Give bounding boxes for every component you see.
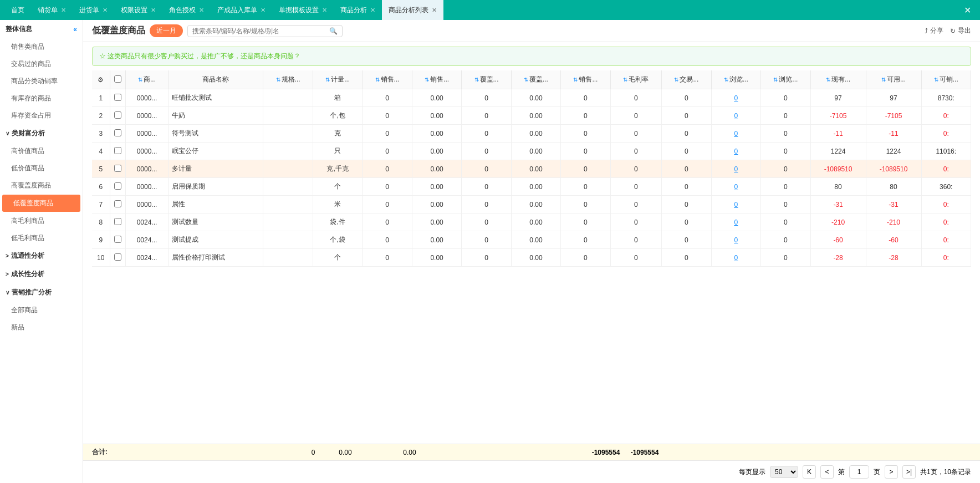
col-gross[interactable]: ⇅毛利率 [610,70,662,89]
sidebar-item-low-margin[interactable]: 低毛利商品 [0,230,83,247]
page-number-input[interactable] [849,465,869,479]
prev-page-button[interactable]: < [820,465,834,479]
cell-browse1[interactable]: 0 [711,143,760,160]
cell-browse1[interactable]: 0 [711,89,760,107]
cell-checkbox[interactable] [110,231,125,249]
col-available[interactable]: ⇅可用... [866,70,921,89]
row-checkbox[interactable] [114,218,121,225]
row-checkbox[interactable] [114,236,121,243]
cell-checkbox[interactable] [110,196,125,213]
row-checkbox[interactable] [114,129,121,136]
sidebar-item-low-value[interactable]: 低价值商品 [0,160,83,177]
row-checkbox[interactable] [114,253,121,261]
nav-finished-goods[interactable]: 产成品入库单 ✕ [211,0,272,20]
export-button[interactable]: ↻ 导出 [950,26,971,35]
col-browse2[interactable]: ⇅浏览... [761,70,810,89]
nav-purchase[interactable]: 进货单 ✕ [73,0,114,20]
cell-browse1[interactable]: 0 [711,249,760,267]
sku-analysis-section[interactable]: ∨ 类财富分析 [0,124,83,143]
cell-checkbox[interactable] [110,213,125,231]
sidebar-item-sales-products[interactable]: 销售类商品 [0,38,83,55]
nav-template[interactable]: 单据模板设置 ✕ [272,0,334,20]
close-icon[interactable]: ✕ [322,7,327,14]
first-page-button[interactable]: K [803,465,816,479]
col-cover2[interactable]: ⇅覆盖... [511,70,560,89]
row-checkbox[interactable] [114,182,121,190]
sidebar-item-high-margin[interactable]: 高毛利商品 [0,212,83,230]
cell-browse1[interactable]: 0 [711,178,760,196]
nav-permissions[interactable]: 权限设置 ✕ [114,0,162,20]
cell-checkbox[interactable] [110,107,125,125]
col-unit[interactable]: ⇅计量... [313,70,362,89]
sidebar-item-inventory-funds[interactable]: 库存资金占用 [0,107,83,124]
nav-roles[interactable]: 角色授权 ✕ [162,0,211,20]
cell-spec [263,178,313,196]
sidebar-collapse-btn[interactable]: 整体信息 « [0,20,83,38]
next-page-button[interactable]: > [885,465,898,479]
cell-browse1[interactable]: 0 [711,107,760,125]
cell-checkbox[interactable] [110,249,125,267]
close-icon[interactable]: ✕ [432,7,437,14]
nav-product-analysis[interactable]: 商品分析 ✕ [334,0,382,20]
cell-browse1[interactable]: 0 [711,125,760,143]
cell-browse1[interactable]: 0 [711,160,760,178]
sidebar-item-new-products[interactable]: 新品 [0,319,83,336]
col-checkbox[interactable] [110,70,125,89]
filter-button[interactable]: 近一月 [150,24,183,37]
close-icon[interactable]: ✕ [61,7,66,14]
sidebar-item-low-coverage[interactable]: 低覆盖度商品 [2,195,80,212]
col-sales2[interactable]: ⇅销售... [412,70,461,89]
col-browse1[interactable]: ⇅浏览... [711,70,760,89]
close-icon[interactable]: ✕ [103,7,108,14]
col-sales3[interactable]: ⇅销售... [561,70,610,89]
close-all-button[interactable]: ✕ [959,5,976,16]
cell-trans: 0 [662,178,711,196]
col-current[interactable]: ⇅现有... [810,70,866,89]
sidebar-item-traded-products[interactable]: 交易过的商品 [0,55,83,73]
last-page-button[interactable]: >| [902,465,916,479]
cell-checkbox[interactable] [110,178,125,196]
row-checkbox[interactable] [114,165,121,172]
sidebar-item-all-products[interactable]: 全部商品 [0,302,83,319]
nav-product-analysis-list[interactable]: 商品分析列表 ✕ [382,0,443,20]
cell-checkbox[interactable] [110,143,125,160]
search-icon[interactable]: 🔍 [329,27,338,35]
col-cover1[interactable]: ⇅覆盖... [462,70,511,89]
sidebar-item-high-value[interactable]: 高价值商品 [0,143,83,160]
col-spec[interactable]: ⇅规格... [263,70,313,89]
flow-analysis-section[interactable]: > 流通性分析 [0,247,83,265]
close-icon[interactable]: ✕ [199,7,204,14]
share-button[interactable]: ⤴ 分享 [925,26,943,35]
cell-checkbox[interactable] [110,125,125,143]
cell-browse1[interactable]: 0 [711,231,760,249]
col-code[interactable]: ⇅商... [125,70,169,89]
col-sales1[interactable]: ⇅销售... [363,70,412,89]
cell-browse1[interactable]: 0 [711,213,760,231]
sidebar-item-in-stock[interactable]: 有库存的商品 [0,90,83,107]
marketing-analysis-section[interactable]: ∨ 营销推广分析 [0,283,83,302]
row-checkbox[interactable] [114,147,121,154]
row-checkbox[interactable] [114,200,121,207]
cell-saleable: 0: [921,213,971,231]
sidebar-item-category-turnover[interactable]: 商品分类动销率 [0,73,83,90]
close-icon[interactable]: ✕ [151,7,156,14]
cell-browse1[interactable]: 0 [711,196,760,213]
nav-sales[interactable]: 销货单 ✕ [31,0,73,20]
nav-home[interactable]: 首页 [4,0,31,20]
per-page-select[interactable]: 50 20 100 [770,466,798,478]
cell-checkbox[interactable] [110,89,125,107]
sidebar-item-high-coverage[interactable]: 高覆盖度商品 [0,177,83,194]
row-checkbox[interactable] [114,111,121,119]
close-icon[interactable]: ✕ [370,7,375,14]
col-name[interactable]: 商品名称 [169,70,263,89]
col-trans[interactable]: ⇅交易... [662,70,711,89]
growth-analysis-section[interactable]: > 成长性分析 [0,265,83,283]
search-input[interactable] [192,27,327,35]
cell-checkbox[interactable] [110,160,125,178]
col-settings[interactable]: ⚙ [92,70,110,89]
select-all-checkbox[interactable] [114,75,121,83]
close-icon[interactable]: ✕ [261,7,266,14]
collapse-icon[interactable]: « [73,26,77,33]
col-saleable[interactable]: ⇅可销... [921,70,971,89]
row-checkbox[interactable] [114,94,121,101]
